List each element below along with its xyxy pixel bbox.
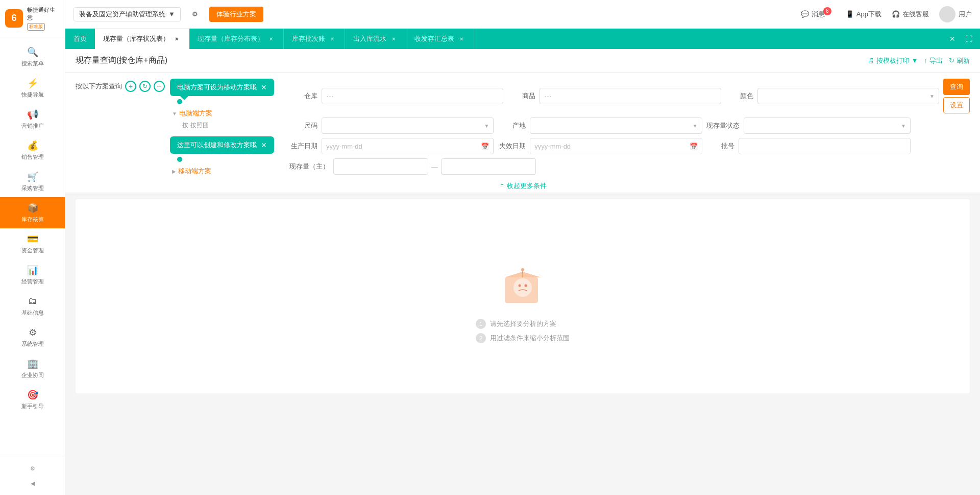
- sidebar-item-finance[interactable]: 💳 资金管理: [0, 228, 65, 260]
- sidebar-nav: 🔍 搜索菜单 ⚡ 快捷导航 📢 营销推广 💰 销售管理 🛒 采购管理 📦 库存核…: [0, 37, 65, 457]
- tab-inout-flow[interactable]: 出入库流水 ✕: [345, 29, 406, 49]
- data-area: 1 请先选择要分析的方案 2 用过滤条件来缩小分析范围: [76, 199, 970, 393]
- base-icon: 🗂: [27, 296, 38, 307]
- sidebar-logo: 6 畅捷通好生意 标准版: [0, 0, 65, 37]
- system-name: 装备及固定资产辅助管理系统: [79, 10, 165, 19]
- add-scheme-btn[interactable]: +: [125, 81, 136, 92]
- stock-status-select[interactable]: ▼: [744, 117, 911, 134]
- tab-close-all-btn[interactable]: ✕: [945, 32, 960, 46]
- tab-inventory-dist[interactable]: 现存量（库存分布表） ✕: [189, 29, 284, 49]
- reset-btn[interactable]: 设置: [943, 97, 970, 113]
- tab-close-inventory-dist[interactable]: ✕: [267, 35, 275, 43]
- tab-close-inventory-status[interactable]: ✕: [173, 35, 181, 43]
- message-btn[interactable]: 💬 消息 6: [801, 10, 836, 19]
- filter-section: 按以下方案查询 + ↻ ← 电脑方案可设为移动方案哦 ✕: [65, 73, 980, 193]
- tab-maximize-btn[interactable]: ⛶: [962, 32, 976, 46]
- sidebar-item-base[interactable]: 🗂 基础信息: [0, 291, 65, 322]
- page-content: 现存量查询(按仓库+商品) 🖨 按模板打印 ▼ ↑ 导出 ↻ 刷新: [65, 49, 980, 495]
- search-btn[interactable]: 查询: [943, 79, 970, 95]
- size-select[interactable]: ▼: [322, 117, 494, 134]
- prod-date-placeholder: yyyy-mm-dd: [326, 143, 362, 150]
- empty-state: 1 请先选择要分析的方案 2 用过滤条件来缩小分析范围: [476, 249, 570, 343]
- connector-dot2: [177, 157, 182, 162]
- prod-date-icon: 📅: [481, 143, 489, 150]
- sidebar-item-marketing[interactable]: 📢 营销推广: [0, 104, 65, 135]
- tab-inventory-status[interactable]: 现存量（库存状况表） ✕: [95, 29, 189, 49]
- arrow-scheme-btn[interactable]: ←: [154, 81, 165, 92]
- exp-date-input[interactable]: yyyy-mm-dd 📅: [530, 138, 702, 154]
- prod-date-label: 生产日期: [289, 142, 317, 151]
- prod-date-input[interactable]: yyyy-mm-dd 📅: [322, 138, 494, 154]
- empty-steps: 1 请先选择要分析的方案 2 用过滤条件来缩小分析范围: [476, 319, 570, 343]
- service-icon: 🎧: [892, 10, 900, 18]
- color-select[interactable]: ▼: [757, 88, 939, 104]
- collapse-btn[interactable]: ⌃ 收起更多条件: [65, 177, 980, 193]
- svg-point-4: [513, 278, 532, 297]
- app-download-btn[interactable]: 📱 App下载: [846, 10, 881, 19]
- sidebar-item-sales[interactable]: 💰 销售管理: [0, 135, 65, 166]
- stock-qty-from[interactable]: [333, 158, 428, 175]
- exp-date-placeholder: yyyy-mm-dd: [534, 143, 571, 150]
- tab-home[interactable]: 首页: [65, 29, 95, 49]
- sidebar-item-system[interactable]: ⚙ 系统管理: [0, 322, 65, 353]
- quicknav-icon: ⚡: [27, 78, 38, 89]
- tab-collect-summary[interactable]: 收发存汇总表 ✕: [406, 29, 474, 49]
- sidebar-collapse-btn[interactable]: ◀: [0, 476, 65, 491]
- tooltip2-close-btn[interactable]: ✕: [261, 141, 267, 149]
- collapse-up-icon: ⌃: [499, 182, 505, 190]
- sidebar-bottom: ⚙ ◀: [0, 457, 65, 495]
- app-header: 装备及固定资产辅助管理系统 ▼ ⚙ 体验行业方案 💬 消息 6 📱 App下载 …: [65, 0, 980, 29]
- warehouse-select[interactable]: ···: [322, 88, 503, 104]
- origin-select[interactable]: ▼: [530, 117, 702, 134]
- tab-close-collect-summary[interactable]: ✕: [457, 35, 465, 43]
- sidebar-item-inventory[interactable]: 📦 库存核算: [0, 197, 65, 228]
- goods-select[interactable]: ···: [540, 88, 721, 104]
- mobile-icon: 📱: [846, 10, 854, 18]
- user-label: 用户: [959, 10, 972, 19]
- exp-date-label: 失效日期: [498, 142, 526, 151]
- sidebar-item-search[interactable]: 🔍 搜索菜单: [0, 41, 65, 73]
- tab-close-inout-flow[interactable]: ✕: [389, 35, 398, 43]
- origin-label: 产地: [498, 121, 526, 130]
- system-selector[interactable]: 装备及固定资产辅助管理系统 ▼: [74, 7, 181, 21]
- collapse-icon: ◀: [31, 480, 35, 487]
- scheme-tree-pc[interactable]: ▼ 电脑端方案: [172, 107, 274, 120]
- goods-label: 商品: [507, 91, 535, 101]
- online-service-btn[interactable]: 🎧 在线客服: [892, 10, 929, 19]
- page-title: 现存量查询(按仓库+商品): [76, 55, 167, 66]
- tab-batch-account[interactable]: 库存批次账 ✕: [284, 29, 345, 49]
- system-icon: ⚙: [27, 327, 38, 338]
- tab-close-batch-account[interactable]: ✕: [328, 35, 336, 43]
- main-content: 装备及固定资产辅助管理系统 ▼ ⚙ 体验行业方案 💬 消息 6 📱 App下载 …: [65, 0, 980, 495]
- scheme-tree-mobile[interactable]: ▶ 移动端方案: [170, 165, 274, 177]
- stock-status-arrow: ▼: [901, 123, 906, 129]
- refresh-scheme-btn[interactable]: ↻: [139, 81, 151, 92]
- refresh-btn[interactable]: ↻ 刷新: [949, 56, 970, 65]
- warehouse-label: 仓库: [289, 91, 317, 101]
- export-btn[interactable]: ↑ 导出: [924, 56, 943, 65]
- sidebar-item-enterprise[interactable]: 🏢 企业协同: [0, 353, 65, 384]
- query-btn-group: 查询 设置: [943, 79, 970, 113]
- sidebar: 6 畅捷通好生意 标准版 🔍 搜索菜单 ⚡ 快捷导航 📢 营销推广 💰 销售管理…: [0, 0, 65, 495]
- purchase-icon: 🛒: [27, 171, 38, 182]
- batch-no-input[interactable]: [739, 138, 911, 154]
- search-icon: 🔍: [27, 46, 38, 58]
- stock-qty-to[interactable]: [441, 158, 536, 175]
- sidebar-settings-btn[interactable]: ⚙: [0, 461, 65, 476]
- industry-btn[interactable]: 体验行业方案: [209, 7, 263, 22]
- tooltip1-close-btn[interactable]: ✕: [261, 83, 267, 91]
- range-sep: —: [431, 163, 438, 171]
- sidebar-item-guide[interactable]: 🎯 新手引导: [0, 384, 65, 415]
- sidebar-item-purchase[interactable]: 🛒 采购管理: [0, 166, 65, 197]
- tooltip-create-scheme: 这里可以创建和修改方案哦 ✕: [170, 136, 274, 154]
- brand-badge: 标准版: [27, 23, 45, 31]
- print-arrow-icon: ▼: [912, 57, 918, 64]
- sidebar-item-quicknav[interactable]: ⚡ 快捷导航: [0, 73, 65, 104]
- sidebar-item-operations[interactable]: 📊 经营管理: [0, 260, 65, 291]
- template-print-btn[interactable]: 🖨 按模板打印 ▼: [868, 56, 918, 65]
- header-settings-btn[interactable]: ⚙: [187, 6, 203, 22]
- gear-icon: ⚙: [192, 10, 198, 18]
- scheme-tree-sub[interactable]: 按 按照团: [172, 120, 274, 131]
- refresh-icon: ↻: [949, 57, 954, 64]
- user-area[interactable]: 用户: [939, 6, 972, 22]
